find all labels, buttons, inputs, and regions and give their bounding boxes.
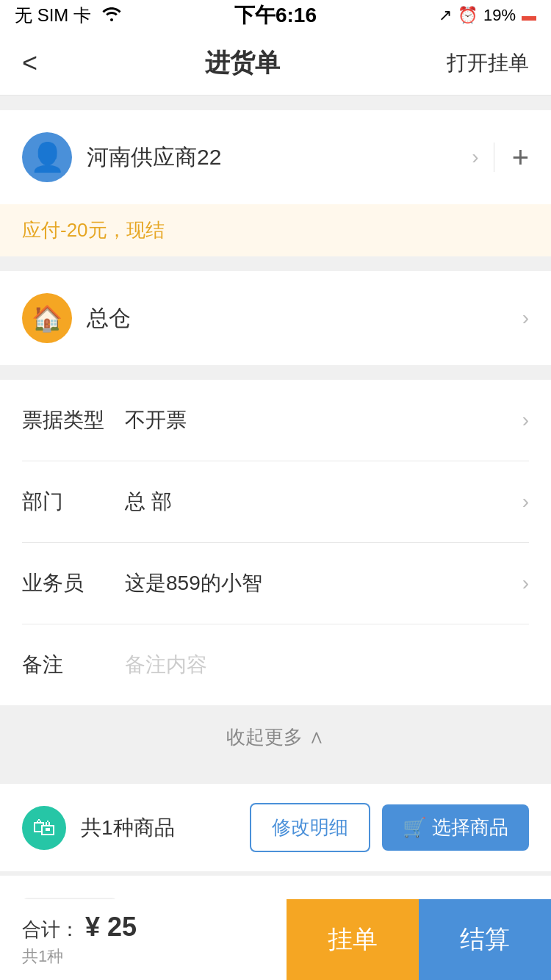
warehouse-row[interactable]: 🏠 总仓 ›: [0, 271, 551, 365]
total-count: 共1种: [22, 945, 264, 968]
notice-bar: 应付-20元，现结: [0, 204, 551, 256]
department-value: 总 部: [125, 488, 522, 516]
warehouse-icon-wrap: 🏠: [22, 293, 72, 343]
supplier-avatar: 👤: [22, 132, 72, 182]
warehouse-section: 🏠 总仓 ›: [0, 271, 551, 365]
products-bag-icon: 🛍: [32, 814, 56, 841]
battery-percent: 19%: [483, 6, 516, 25]
bottom-bar: 合计： ¥ 25 共1种 挂单 结算: [0, 899, 551, 980]
invoice-type-label: 票据类型: [22, 406, 125, 434]
separator-4: [0, 769, 551, 784]
status-bar: 无 SIM 卡 下午6:16 ↗ ⏰ 19% ▬: [0, 0, 551, 31]
separator-2: [0, 256, 551, 271]
total-label: 合计：: [22, 917, 79, 943]
supplier-section: 👤 河南供应商22 › + 应付-20元，现结: [0, 110, 551, 256]
separator-3: [0, 365, 551, 380]
battery-icon: ▬: [522, 7, 536, 24]
salesman-value: 这是859的小智: [125, 569, 522, 597]
notice-text: 应付-20元，现结: [22, 219, 165, 241]
wifi-icon: [98, 4, 125, 27]
modify-detail-button[interactable]: 修改明细: [250, 803, 370, 852]
supplier-name: 河南供应商22: [87, 143, 472, 173]
collapse-bar[interactable]: 收起更多 ∧: [0, 705, 551, 769]
collapse-label: 收起更多 ∧: [226, 726, 324, 748]
status-time: 下午6:16: [234, 1, 317, 29]
sim-status: 无 SIM 卡: [15, 4, 91, 27]
pending-button[interactable]: 挂单: [287, 899, 419, 980]
warehouse-name: 总仓: [87, 303, 522, 334]
add-supplier-button[interactable]: +: [512, 141, 529, 174]
salesman-arrow: ›: [522, 572, 529, 595]
remark-label: 备注: [22, 651, 125, 679]
checkout-button[interactable]: 结算: [419, 899, 551, 980]
remark-row[interactable]: 备注 备注内容: [0, 624, 551, 705]
separator-5: [0, 871, 551, 874]
invoice-type-value: 不开票: [125, 406, 522, 434]
department-label: 部门: [22, 488, 125, 516]
invoice-type-arrow: ›: [522, 408, 529, 432]
select-product-label: 选择商品: [432, 815, 508, 840]
select-product-icon: 🛒: [403, 816, 426, 839]
remark-input[interactable]: 备注内容: [125, 651, 529, 679]
products-header: 🛍 共1种商品 修改明细 🛒 选择商品: [0, 784, 551, 871]
supplier-divider: [494, 143, 494, 172]
alarm-icon: ⏰: [458, 6, 478, 25]
user-icon: 👤: [30, 141, 65, 173]
back-button[interactable]: <: [22, 48, 37, 79]
salesman-label: 业务员: [22, 569, 125, 597]
open-pending-button[interactable]: 打开挂单: [447, 49, 529, 77]
products-icon-wrap: 🛍: [22, 806, 66, 850]
separator-1: [0, 96, 551, 110]
nav-bar: < 进货单 打开挂单: [0, 31, 551, 96]
status-right: ↗ ⏰ 19% ▬: [439, 6, 536, 25]
products-count: 共1种商品: [81, 814, 250, 842]
department-row[interactable]: 部门 总 部 ›: [0, 461, 551, 542]
supplier-row[interactable]: 👤 河南供应商22 › +: [0, 110, 551, 204]
invoice-type-row[interactable]: 票据类型 不开票 ›: [0, 380, 551, 461]
warehouse-icon: 🏠: [32, 303, 62, 333]
select-product-button[interactable]: 🛒 选择商品: [382, 804, 529, 851]
total-amount: ¥ 25: [85, 912, 137, 943]
page-title: 进货单: [205, 46, 280, 80]
bottom-total: 合计： ¥ 25 共1种: [0, 899, 287, 980]
salesman-row[interactable]: 业务员 这是859的小智 ›: [0, 543, 551, 624]
supplier-arrow-icon: ›: [472, 145, 478, 169]
location-icon: ↗: [439, 6, 452, 25]
warehouse-arrow-icon: ›: [522, 306, 529, 330]
status-left: 无 SIM 卡: [15, 4, 125, 27]
form-section: 票据类型 不开票 › 部门 总 部 › 业务员 这是859的小智 › 备注 备注…: [0, 380, 551, 705]
department-arrow: ›: [522, 490, 529, 514]
